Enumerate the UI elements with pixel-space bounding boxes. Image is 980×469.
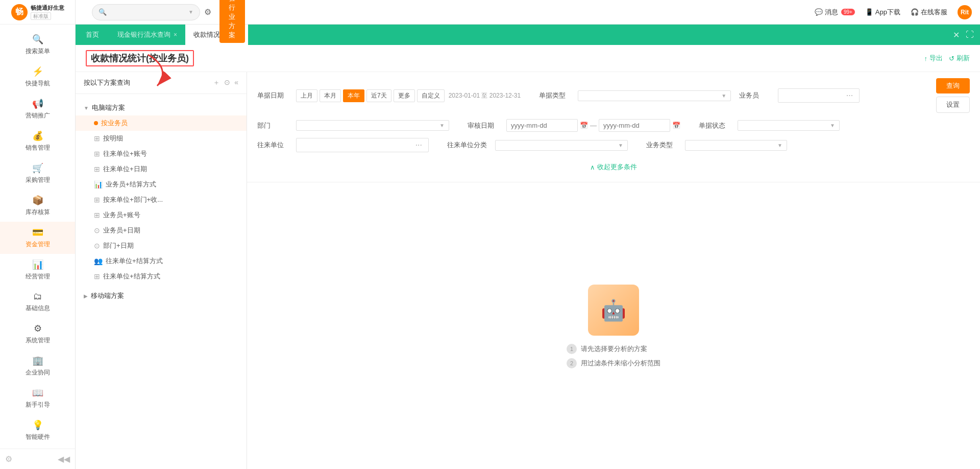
dept-chevron: ▼ [439, 123, 445, 128]
item-icon: ⊙ [94, 226, 100, 235]
review-date-from[interactable] [506, 119, 578, 132]
salesperson-select[interactable]: ··· [778, 88, 860, 103]
quick_nav-icon: ⚡ [32, 66, 43, 77]
filter-row-1: 单据日期 上月 本月 本年 近7天 更多 自定义 2023-01-01 至 20… [257, 78, 970, 113]
panel-header-actions: ＋ ⊙ « [213, 78, 238, 87]
bill-status-select[interactable]: ▼ [738, 120, 840, 131]
date-range-text: 2023-01-01 至 2023-12-31 [449, 91, 521, 100]
review-date-to[interactable] [599, 119, 670, 132]
sidebar-item-hardware[interactable]: 💡 智能硬件 [0, 414, 75, 447]
top-bar: 🔍 ▼ ⚙ 体验行业方案 💬 消息 99+ 📱 App下载 🎧 在线客服 Rit [0, 0, 980, 25]
tree-group-desktop-header[interactable]: ▼ 电脑端方案 [76, 100, 247, 115]
tree-item-salesperson-date[interactable]: ⊙ 业务员+日期 [76, 223, 247, 238]
tree-item-by-salesperson[interactable]: 按业务员 [76, 115, 247, 131]
tree-item-partner-dept[interactable]: ⊞ 按来单位+部门+收... [76, 192, 247, 207]
filter-row-2: 部门 ▼ 审核日期 📅 — 📅 单据状态 [257, 119, 970, 132]
sales-label: 销售管理 [26, 144, 50, 152]
date-btn-custom[interactable]: 自定义 [417, 89, 445, 102]
sidebar-item-finance[interactable]: 💳 资金管理 [0, 222, 75, 254]
quick_nav-label: 快捷导航 [26, 79, 50, 88]
empty-illustration: 🤖 [588, 285, 639, 336]
add-plan-icon[interactable]: ＋ [213, 78, 220, 87]
sidebar-item-operation[interactable]: 📊 经营管理 [0, 254, 75, 286]
sidebar-item-purchase[interactable]: 🛒 采购管理 [0, 157, 75, 190]
collapse-bar[interactable]: ∧ 收起更多条件 [257, 158, 970, 176]
bill-status-chevron: ▼ [830, 123, 835, 128]
calendar-to-icon[interactable]: 📅 [672, 122, 680, 129]
collapse-panel-icon[interactable]: « [234, 78, 238, 87]
date-btn-prev-month[interactable]: 上月 [296, 89, 317, 102]
bill-type-chevron: ▼ [721, 93, 726, 99]
sidebar-item-guide[interactable]: 📖 新手引导 [0, 382, 75, 414]
tree-item-partner-payment1[interactable]: 👥 往来单位+结算方式 [76, 253, 247, 269]
settings-button[interactable]: 设置 [936, 97, 970, 113]
partner-ellipsis[interactable]: ··· [413, 140, 424, 150]
tree-item-partner-account[interactable]: ⊞ 往来单位+账号 [76, 146, 247, 161]
partner-category-select[interactable]: ▼ [495, 140, 628, 151]
date-btn-this-year[interactable]: 本年 [343, 89, 364, 102]
partner-category-label: 往来单位分类 [447, 140, 487, 150]
filter-area: 单据日期 上月 本月 本年 近7天 更多 自定义 2023-01-01 至 20… [247, 72, 980, 182]
item-icon: 📊 [94, 180, 103, 189]
sidebar-item-marketing[interactable]: 📢 营销推广 [0, 93, 75, 125]
calendar-from-icon[interactable]: 📅 [580, 122, 588, 129]
sidebar-item-system[interactable]: ⚙ 系统管理 [0, 318, 75, 350]
sidebar-item-quick_nav[interactable]: ⚡ 快捷导航 [0, 61, 75, 93]
sidebar-item-search[interactable]: 🔍 搜索菜单 [0, 29, 75, 61]
collapse-sidebar-icon[interactable]: ◀◀ [58, 454, 70, 464]
step-num-1: 1 [567, 344, 577, 354]
messages-button[interactable]: 💬 消息 99+ [815, 8, 855, 17]
export-button[interactable]: ↑ 导出 [924, 54, 943, 63]
bill-type-select[interactable]: ▼ [578, 90, 731, 101]
top-search-input[interactable] [107, 7, 188, 18]
item-icon: ⊞ [94, 150, 100, 158]
online-service-button[interactable]: 🎧 在线客服 [911, 8, 947, 17]
salesperson-ellipsis[interactable]: ··· [844, 91, 855, 100]
app-download-button[interactable]: 📱 App下载 [865, 8, 900, 17]
guide-icon: 📖 [32, 387, 43, 398]
sidebar-item-basic[interactable]: 🗂 基础信息 [0, 286, 75, 318]
tree-item-partner-payment2[interactable]: ⊞ 往来单位+结算方式 [76, 269, 247, 284]
search-icon: 🔍 [99, 8, 107, 16]
close-window-icon[interactable]: ✕ [953, 30, 960, 40]
business-type-label: 业务类型 [646, 140, 677, 150]
bill-status-label: 单据状态 [699, 121, 729, 130]
refresh-button[interactable]: ↺ 刷新 [949, 54, 970, 63]
top-gear-icon[interactable]: ⚙ [204, 5, 211, 19]
date-btn-more[interactable]: 更多 [394, 89, 415, 102]
tree-item-salesperson-payment[interactable]: 📊 业务员+结算方式 [76, 177, 247, 192]
enterprise-icon: 🏢 [32, 355, 43, 366]
date-btn-7days[interactable]: 近7天 [366, 89, 391, 102]
tree-item-by-detail[interactable]: ⊞ 按明细 [76, 131, 247, 146]
system-label: 系统管理 [26, 336, 50, 345]
finance-label: 资金管理 [26, 240, 50, 249]
empty-steps: 1 请先选择要分析的方案 2 用过滤条件来缩小分析范围 [567, 344, 660, 368]
query-button[interactable]: 查询 [936, 78, 970, 93]
settings-bottom-icon[interactable]: ⚙ [5, 454, 12, 464]
enterprise-label: 企业协同 [26, 368, 50, 377]
date-btn-this-month[interactable]: 本月 [320, 89, 341, 102]
sidebar-item-enterprise[interactable]: 🏢 企业协同 [0, 350, 75, 382]
right-panel: 单据日期 上月 本月 本年 近7天 更多 自定义 2023-01-01 至 20… [247, 72, 980, 469]
user-avatar[interactable]: Rit [958, 5, 972, 19]
refresh-icon: ↺ [949, 55, 954, 62]
plan-settings-icon[interactable]: ⊙ [224, 78, 230, 87]
maximize-window-icon[interactable]: ⛶ [966, 30, 974, 39]
business-type-select[interactable]: ▼ [685, 140, 787, 151]
sidebar-nav: 🔍 搜索菜单 ⚡ 快捷导航 📢 营销推广 💰 销售管理 🛒 采购管理 📦 库存核… [0, 25, 75, 449]
tree-item-partner-date[interactable]: ⊞ 往来单位+日期 [76, 161, 247, 177]
tree-item-dept-date[interactable]: ⊙ 部门+日期 [76, 238, 247, 253]
tree-item-salesperson-account[interactable]: ⊞ 业务员+账号 [76, 207, 247, 223]
edition-badge: 标准版 [31, 12, 51, 20]
partner-select[interactable]: ··· [296, 138, 429, 152]
sidebar-item-inventory[interactable]: 📦 库存核算 [0, 190, 75, 222]
trial-button[interactable]: 体验行业方案 [219, 0, 245, 43]
tree-group-mobile-header[interactable]: ▶ 移动端方案 [76, 288, 247, 303]
date-label: 单据日期 [257, 91, 288, 100]
item-icon: ⊞ [94, 272, 100, 280]
sidebar-item-sales[interactable]: 💰 销售管理 [0, 125, 75, 157]
search-dropdown-icon[interactable]: ▼ [188, 9, 193, 15]
step-num-2: 2 [567, 358, 577, 368]
page-header: 收款情况统计(按业务员) ↑ 导出 ↺ 刷新 [76, 45, 980, 72]
dept-select[interactable]: ▼ [296, 120, 449, 131]
